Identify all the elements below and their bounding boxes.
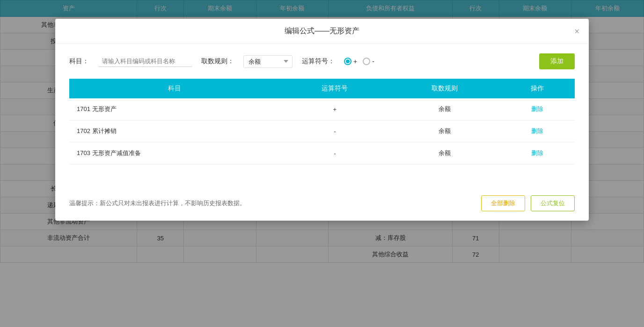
operator-radio-group: + - [344,58,374,65]
row2-operator: - [280,120,390,142]
form-row: 科目： 取数规则： 余额 借方 贷方 借方发生额 贷方发生额 运算符号： [69,53,575,69]
table-row: 1702 累计摊销 - 余额 删除 [69,120,575,142]
delete-all-button[interactable]: 全部删除 [481,195,525,211]
row2-delete-link[interactable]: 删除 [531,127,543,134]
modal-header: 编辑公式——无形资产 × [55,19,589,44]
col-action: 操作 [500,79,575,98]
radio-plus-indicator [344,58,351,65]
modal-overlay: 编辑公式——无形资产 × 科目： 取数规则： 余额 借方 贷方 借方发生额 [0,0,644,327]
row1-action: 删除 [500,98,575,120]
row3-rule: 余额 [390,142,500,164]
reset-formula-button[interactable]: 公式复位 [531,195,575,211]
row1-operator: + [280,98,390,120]
modal-body: 科目： 取数规则： 余额 借方 贷方 借方发生额 贷方发生额 运算符号： [55,44,589,188]
page-wrapper: 资产 行次 期末余额 年初余额 负债和所有者权益 行次 期末余额 年初余额 其他… [0,0,644,327]
radio-plus-label: + [353,58,357,65]
subject-label: 科目： [69,57,89,66]
subject-input[interactable] [98,56,192,67]
col-operator: 运算符号 [280,79,390,98]
operator-label: 运算符号： [302,57,335,66]
modal-footer: 温馨提示：新公式只对未出报表进行计算，不影响历史报表数据。 全部删除 公式复位 [55,188,589,221]
edit-formula-modal: 编辑公式——无形资产 × 科目： 取数规则： 余额 借方 贷方 借方发生额 [55,19,589,221]
radio-minus[interactable]: - [363,58,374,65]
rule-label: 取数规则： [201,57,234,66]
radio-minus-label: - [372,58,374,65]
close-button[interactable]: × [574,27,579,36]
table-row: 1703 无形资产减值准备 - 余额 删除 [69,142,575,164]
row3-delete-link[interactable]: 删除 [531,149,543,156]
col-subject: 科目 [69,79,280,98]
table-row: 1701 无形资产 + 余额 删除 [69,98,575,120]
row3-operator: - [280,142,390,164]
row2-rule: 余额 [390,120,500,142]
rule-select[interactable]: 余额 借方 贷方 借方发生额 贷方发生额 [243,55,293,68]
row1-delete-link[interactable]: 删除 [531,105,543,112]
row2-subject: 1702 累计摊销 [69,120,280,142]
formula-table: 科目 运算符号 取数规则 操作 1701 无形资产 + 余额 删除 [69,79,575,164]
row3-action: 删除 [500,142,575,164]
rule-select-group: 余额 借方 贷方 借方发生额 贷方发生额 [243,55,293,68]
footer-buttons: 全部删除 公式复位 [481,195,575,211]
col-rule: 取数规则 [390,79,500,98]
row2-action: 删除 [500,120,575,142]
radio-minus-indicator [363,58,370,65]
modal-title: 编辑公式——无形资产 [285,26,359,36]
footer-tip: 温馨提示：新公式只对未出报表进行计算，不影响历史报表数据。 [69,199,246,208]
add-button[interactable]: 添加 [539,53,575,69]
row3-subject: 1703 无形资产减值准备 [69,142,280,164]
radio-plus[interactable]: + [344,58,357,65]
row1-rule: 余额 [390,98,500,120]
row1-subject: 1701 无形资产 [69,98,280,120]
